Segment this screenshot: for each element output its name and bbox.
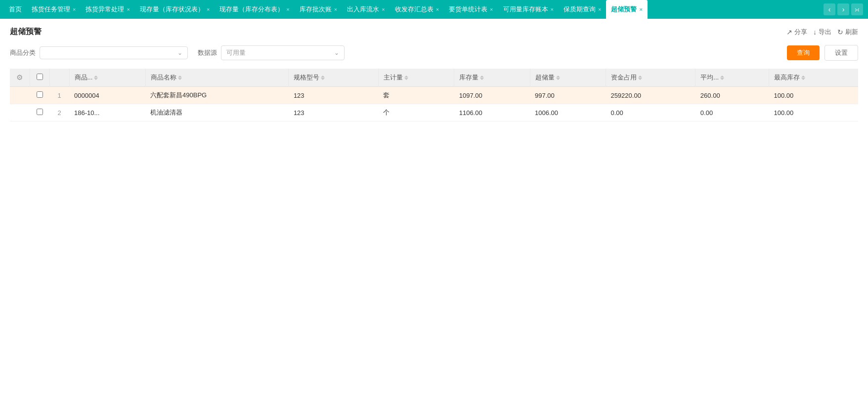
th-overstock[interactable]: 超储量 xyxy=(530,69,606,87)
nav-order-stats[interactable]: 要货单统计表 × xyxy=(444,0,498,19)
close-pick-task[interactable]: × xyxy=(73,6,76,12)
datasource-filter: 数据源 可用量 ⌄ xyxy=(198,45,345,60)
datasource-label: 数据源 xyxy=(198,48,217,57)
query-button[interactable]: 查询 xyxy=(787,45,820,60)
close-order-stats[interactable]: × xyxy=(490,6,493,12)
row-overstock-0: 997.00 xyxy=(530,87,606,104)
close-inout-flow[interactable]: × xyxy=(382,6,385,12)
gear-icon[interactable]: ⚙ xyxy=(16,73,23,81)
th-num xyxy=(49,69,69,87)
nav-next-button[interactable]: › xyxy=(837,3,849,15)
sort-product-code-icon xyxy=(94,76,98,80)
row-gear-1 xyxy=(10,104,30,121)
th-product-name[interactable]: 商品名称 xyxy=(145,69,289,87)
export-button[interactable]: ↓ 导出 xyxy=(813,28,831,37)
settings-button[interactable]: 设置 xyxy=(825,45,858,61)
row-stock-1: 1106.00 xyxy=(454,104,530,121)
row-unit-0: 套 xyxy=(378,87,454,104)
table-row: 1 0000004 六配套新昌490BPG 123 套 1097.00 997.… xyxy=(10,87,858,104)
close-receive-summary[interactable]: × xyxy=(436,6,439,12)
th-stock[interactable]: 库存量 xyxy=(454,69,530,87)
category-filter: 商品分类 ⌄ xyxy=(10,46,188,59)
export-icon: ↓ xyxy=(813,28,817,36)
close-inventory-status[interactable]: × xyxy=(207,6,210,12)
row-max-stock-0: 100.00 xyxy=(769,87,858,104)
row-spec-0: 123 xyxy=(289,87,378,104)
row-stock-0: 1097.00 xyxy=(454,87,530,104)
row-capital-1: 0.00 xyxy=(606,104,695,121)
sort-avg-icon xyxy=(720,76,724,80)
row-gear-0 xyxy=(10,87,30,104)
th-checkbox xyxy=(30,69,49,87)
nav-receive-summary[interactable]: 收发存汇总表 × xyxy=(390,0,444,19)
row-num-1: 2 xyxy=(49,104,69,121)
refresh-button[interactable]: ↻ 刷新 xyxy=(837,28,858,37)
nav-inventory-dist[interactable]: 现存量（库存分布表） × xyxy=(215,0,294,19)
share-button[interactable]: ↗ 分享 xyxy=(786,28,807,37)
category-select[interactable]: ⌄ xyxy=(40,46,188,59)
datasource-value: 可用量 xyxy=(226,48,246,57)
row-capital-0: 259220.00 xyxy=(606,87,695,104)
row-spec-1: 123 xyxy=(289,104,378,121)
row-checkbox-1[interactable] xyxy=(37,109,43,115)
row-product-code-1: 186-10... xyxy=(69,104,145,121)
nav-batch-account[interactable]: 库存批次账 × xyxy=(295,0,342,19)
close-available-account[interactable]: × xyxy=(551,6,554,12)
filter-actions: 查询 设置 xyxy=(787,45,858,61)
row-max-stock-1: 100.00 xyxy=(769,104,858,121)
th-product-code[interactable]: 商品... xyxy=(69,69,145,87)
row-product-name-0: 六配套新昌490BPG xyxy=(145,87,289,104)
nav-expiry-query[interactable]: 保质期查询 × xyxy=(559,0,606,19)
sort-product-name-icon xyxy=(178,76,182,80)
sort-unit-icon xyxy=(404,76,408,80)
refresh-icon: ↻ xyxy=(837,28,843,36)
close-pick-abnormal[interactable]: × xyxy=(127,6,130,12)
th-capital[interactable]: 资金占用 xyxy=(606,69,695,87)
close-inventory-dist[interactable]: × xyxy=(286,6,289,12)
table-body: 1 0000004 六配套新昌490BPG 123 套 1097.00 997.… xyxy=(10,87,858,121)
th-spec[interactable]: 规格型号 xyxy=(289,69,378,87)
close-batch-account[interactable]: × xyxy=(334,6,337,12)
row-avg-1: 0.00 xyxy=(695,104,769,121)
sort-capital-icon xyxy=(638,76,642,80)
nav-home[interactable]: 首页 xyxy=(4,0,27,19)
th-settings: ⚙ xyxy=(10,69,30,87)
table-header-row: ⚙ 商品... xyxy=(10,69,858,87)
close-expiry-query[interactable]: × xyxy=(598,6,601,12)
row-product-name-1: 机油滤清器 xyxy=(145,104,289,121)
nav-pick-abnormal[interactable]: 拣货异常处理 × xyxy=(81,0,134,19)
datasource-select[interactable]: 可用量 ⌄ xyxy=(221,45,345,60)
row-checkbox-cell-0 xyxy=(30,87,49,104)
page-header: 超储预警 ↗ 分享 ↓ 导出 ↻ 刷新 xyxy=(10,27,858,37)
table-row: 2 186-10... 机油滤清器 123 个 1106.00 1006.00 … xyxy=(10,104,858,121)
row-num-0: 1 xyxy=(49,87,69,104)
header-actions: ↗ 分享 ↓ 导出 ↻ 刷新 xyxy=(786,28,858,37)
overstock-table: ⚙ 商品... xyxy=(10,69,858,121)
th-avg[interactable]: 平均... xyxy=(695,69,769,87)
th-unit[interactable]: 主计量 xyxy=(378,69,454,87)
page-title: 超储预警 xyxy=(10,27,42,37)
nav-overstock-warning[interactable]: 超储预警 × xyxy=(606,0,647,19)
nav-pick-task[interactable]: 拣货任务管理 × xyxy=(27,0,81,19)
select-all-checkbox[interactable] xyxy=(37,74,43,80)
table-container: ⚙ 商品... xyxy=(10,69,858,121)
row-unit-1: 个 xyxy=(378,104,454,121)
sort-max-stock-icon xyxy=(801,76,805,80)
row-product-code-0: 0000004 xyxy=(69,87,145,104)
category-label: 商品分类 xyxy=(10,48,36,57)
nav-more-button[interactable]: ›‹ xyxy=(851,3,863,15)
nav-arrows-container: ‹ › ›‹ xyxy=(823,3,864,15)
row-overstock-1: 1006.00 xyxy=(530,104,606,121)
row-avg-0: 260.00 xyxy=(695,87,769,104)
nav-prev-button[interactable]: ‹ xyxy=(824,3,835,15)
th-max-stock[interactable]: 最高库存 xyxy=(769,69,858,87)
nav-inventory-status[interactable]: 现存量（库存状况表） × xyxy=(135,0,215,19)
sort-spec-icon xyxy=(321,76,325,80)
chevron-down-icon: ⌄ xyxy=(177,49,182,56)
close-overstock-warning[interactable]: × xyxy=(639,6,642,12)
nav-inout-flow[interactable]: 出入库流水 × xyxy=(342,0,390,19)
nav-available-account[interactable]: 可用量库存账本 × xyxy=(498,0,559,19)
row-checkbox-0[interactable] xyxy=(37,91,43,98)
share-icon: ↗ xyxy=(786,28,792,36)
sort-overstock-icon xyxy=(556,76,560,80)
